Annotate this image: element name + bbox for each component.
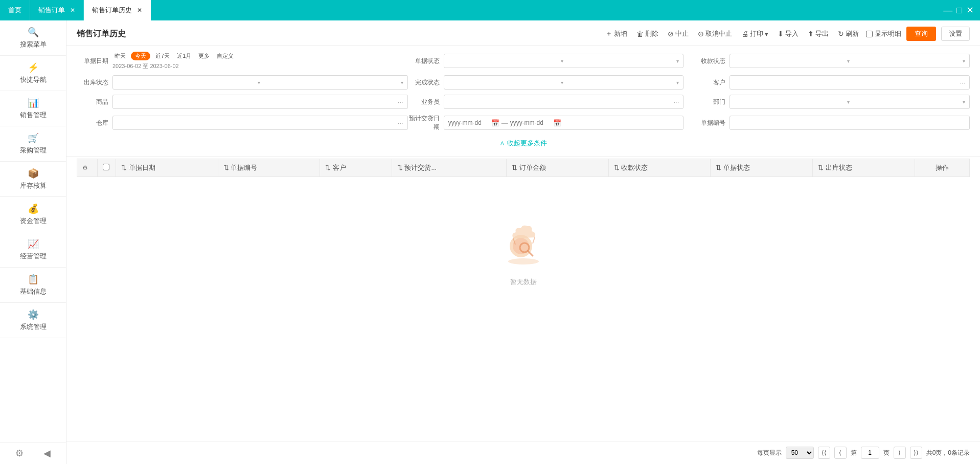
- last-page-button[interactable]: ⟩⟩: [910, 447, 922, 459]
- sidebar-item-purchase-mgmt[interactable]: 🛒 采购管理: [0, 126, 66, 162]
- data-table: ⚙ ⇅ 单据日期 ⇅ 单据编号 ⇅ 客户: [77, 159, 970, 327]
- sidebar-item-basic-info-label: 基础信息: [20, 287, 47, 296]
- col-out-status: ⇅ 出库状态: [813, 159, 915, 177]
- delete-button[interactable]: 🗑 删除: [634, 28, 660, 39]
- page-number-input[interactable]: [861, 447, 879, 459]
- empty-cell: 暂无数据: [77, 177, 970, 328]
- department-arrow-icon: ▾: [847, 99, 850, 105]
- sidebar-item-search-menu[interactable]: 🔍 搜索菜单: [0, 20, 66, 56]
- refresh-button[interactable]: ↻ 刷新: [836, 28, 861, 39]
- page-size-label: 每页显示: [757, 449, 782, 457]
- content-area: 销售订单历史 ＋ 新增 🗑 删除 ⊘ 中止 ⊙ 取消中止: [66, 20, 980, 464]
- import-label: 导入: [785, 29, 799, 38]
- date-btn-1month[interactable]: 近1月: [175, 52, 193, 60]
- maximize-icon[interactable]: □: [956, 5, 962, 16]
- complete-status-select[interactable]: ▾: [444, 75, 684, 90]
- collapse-label: ∧ 收起更多条件: [499, 139, 547, 147]
- col-checkbox[interactable]: [98, 159, 116, 177]
- delivery-date-label: 预计交货日期: [408, 114, 444, 131]
- salesperson-input[interactable]: ···: [444, 95, 684, 109]
- bill-status-select[interactable]: ▾: [444, 54, 684, 68]
- sidebar-collapse-icon[interactable]: ◀: [43, 448, 51, 459]
- cancel-stop-button[interactable]: ⊙ 取消中止: [696, 28, 734, 39]
- export-button[interactable]: ⬆ 导出: [806, 28, 831, 39]
- display-detail-input[interactable]: [866, 31, 873, 37]
- tab-home-label: 首页: [8, 6, 21, 15]
- sidebar-item-finance[interactable]: 💰 资金管理: [0, 197, 66, 232]
- close-window-icon[interactable]: ✕: [966, 5, 974, 16]
- display-detail-label: 显示明细: [875, 29, 901, 38]
- sidebar-item-basic-info[interactable]: 📋 基础信息: [0, 268, 66, 303]
- sidebar-item-purchase-mgmt-label: 采购管理: [20, 146, 47, 155]
- add-label: 新增: [614, 29, 627, 38]
- tab-sales-history[interactable]: 销售订单历史 ✕: [84, 0, 151, 20]
- delivery-date-range[interactable]: 📅 — 📅: [444, 116, 684, 130]
- print-button[interactable]: 🖨 打印 ▾: [739, 28, 770, 39]
- header-row: ⚙ ⇅ 单据日期 ⇅ 单据编号 ⇅ 客户: [77, 159, 970, 177]
- select-all-checkbox[interactable]: [103, 164, 109, 170]
- tab-sales-order-close[interactable]: ✕: [70, 7, 75, 14]
- sidebar-item-system-mgmt[interactable]: ⚙️ 系统管理: [0, 303, 66, 338]
- svg-point-0: [508, 258, 539, 264]
- page-title: 销售订单历史: [77, 29, 126, 39]
- filter-receipt-status: 收款状态 ▾: [694, 54, 970, 68]
- col-billno-sort: ⇅: [223, 164, 231, 171]
- refresh-icon: ↻: [838, 30, 844, 38]
- sidebar-item-quick-nav[interactable]: ⚡ 快捷导航: [0, 56, 66, 91]
- delivery-date-end[interactable]: [510, 119, 551, 126]
- date-btn-yesterday[interactable]: 昨天: [112, 52, 128, 60]
- bill-no-input[interactable]: [730, 116, 970, 130]
- salesperson-dots-icon: ···: [673, 98, 679, 106]
- date-btn-more[interactable]: 更多: [196, 52, 212, 60]
- goods-input[interactable]: ···: [112, 95, 408, 109]
- col-settings[interactable]: ⚙: [77, 159, 98, 177]
- calendar-start-icon: 📅: [491, 119, 499, 127]
- tab-home[interactable]: 首页: [0, 0, 30, 20]
- department-select[interactable]: ▾: [730, 95, 970, 109]
- bill-status-label: 单据状态: [408, 57, 444, 65]
- tab-sales-history-close[interactable]: ✕: [137, 7, 142, 14]
- sidebar-item-inventory[interactable]: 📦 库存核算: [0, 162, 66, 197]
- refresh-label: 刷新: [846, 29, 859, 38]
- col-receipt-status: ⇅ 收款状态: [608, 159, 711, 177]
- goods-dots-icon: ···: [398, 98, 403, 106]
- export-icon: ⬆: [808, 30, 814, 38]
- minimize-icon[interactable]: —: [943, 5, 952, 16]
- prev-page-button[interactable]: ⟨: [834, 447, 847, 459]
- add-button[interactable]: ＋ 新增: [603, 28, 629, 39]
- cancel-stop-icon: ⊙: [698, 30, 704, 38]
- out-status-select[interactable]: ▾: [112, 75, 408, 90]
- add-icon: ＋: [605, 29, 612, 38]
- import-button[interactable]: ⬇ 导入: [776, 28, 801, 39]
- col-amount-sort: ⇅: [512, 164, 519, 171]
- date-btn-today[interactable]: 今天: [131, 52, 150, 60]
- search-menu-icon: 🔍: [28, 27, 39, 38]
- page-size-select[interactable]: 50 10 20 100: [786, 447, 814, 459]
- customer-input[interactable]: ···: [730, 75, 970, 90]
- warehouse-input[interactable]: ···: [112, 116, 408, 130]
- setting-button[interactable]: 设置: [941, 27, 970, 41]
- date-btn-7days[interactable]: 近7天: [153, 52, 172, 60]
- filter-out-status: 出库状态 ▾: [77, 75, 408, 90]
- date-btn-custom[interactable]: 自定义: [215, 52, 236, 60]
- receipt-status-select[interactable]: ▾: [730, 54, 970, 68]
- collapse-conditions[interactable]: ∧ 收起更多条件: [77, 137, 970, 150]
- empty-state-illustration: [498, 218, 549, 269]
- sidebar-item-operation[interactable]: 📈 经营管理: [0, 232, 66, 268]
- query-button[interactable]: 查询: [906, 27, 936, 41]
- filter-area: 单据日期 昨天 今天 近7天 近1月 更多 自定义 2023-06-02 至 2…: [66, 46, 980, 157]
- next-page-button[interactable]: ⟩: [894, 447, 906, 459]
- stop-button[interactable]: ⊘ 中止: [666, 28, 691, 39]
- col-bill-sort: ⇅: [716, 164, 723, 171]
- sidebar-item-sales-mgmt[interactable]: 📊 销售管理: [0, 91, 66, 126]
- filter-salesperson: 业务员 ···: [408, 95, 684, 109]
- customer-dots-icon: ···: [960, 79, 965, 86]
- page-header: 销售订单历史 ＋ 新增 🗑 删除 ⊘ 中止 ⊙ 取消中止: [66, 20, 980, 46]
- tab-sales-order[interactable]: 销售订单 ✕: [30, 0, 84, 20]
- first-page-button[interactable]: ⟨⟨: [818, 447, 830, 459]
- delivery-date-start[interactable]: [448, 119, 489, 126]
- tab-sales-history-label: 销售订单历史: [92, 6, 132, 15]
- filter-date: 单据日期 昨天 今天 近7天 近1月 更多 自定义 2023-06-02 至 2…: [77, 52, 408, 70]
- display-detail-checkbox[interactable]: 显示明细: [866, 29, 901, 38]
- sidebar-settings-icon[interactable]: ⚙: [15, 448, 24, 459]
